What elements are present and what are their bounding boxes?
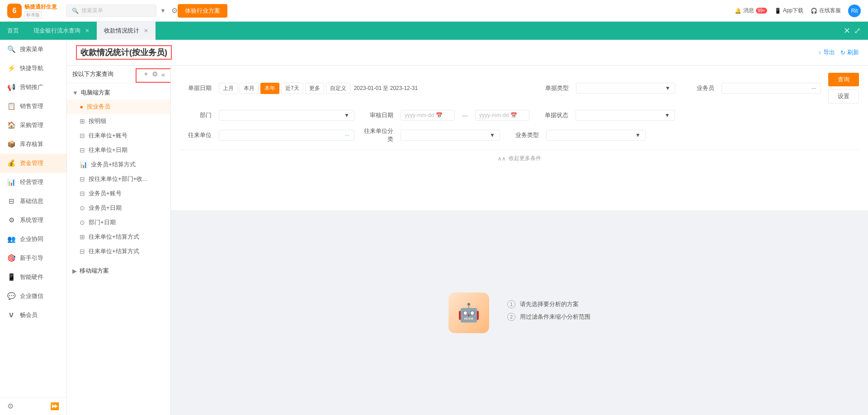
bill-status-select[interactable]: ▼ — [576, 110, 675, 121]
search-icon: 🔍 — [72, 8, 79, 14]
chevron-right-icon: ▶ — [72, 268, 77, 274]
page-header: 收款情况统计(按业务员) ↑ 导出 ↻ 刷新 — [67, 40, 868, 66]
tab-collection-stats[interactable]: 收款情况统计 ✕ — [97, 22, 156, 40]
filter-row-2: 部门 ▼ 审核日期 yyyy-mm-dd 📅 — yyyy-mm-dd — [180, 110, 859, 121]
partner-settle2-icon: ⊟ — [80, 248, 85, 255]
empty-step-1: 1 请先选择要分析的方案 — [507, 300, 590, 308]
refresh-icon: ↻ — [840, 49, 845, 56]
partner-select[interactable]: ··· — [219, 130, 354, 141]
dept-label: 部门 — [180, 111, 212, 119]
enterprise-icon: 👥 — [7, 235, 15, 243]
shortcut-icon: ⚡ — [7, 64, 15, 72]
sidebar-item-purchase[interactable]: 🏠 采购管理 — [0, 116, 66, 135]
sidebar-item-hardware[interactable]: 📱 智能硬件 — [0, 268, 66, 287]
sidebar-item-finance[interactable]: 💰 资金管理 — [0, 154, 66, 173]
search-menu-icon: 🔍 — [7, 45, 15, 53]
scheme-group-pc-header[interactable]: ▼ 电脑端方案 — [67, 86, 170, 99]
query-button[interactable]: 查询 — [828, 73, 859, 86]
scheme-item-salesperson-account[interactable]: ⊟ 业务员+账号 — [67, 186, 170, 201]
scheme-header: 按以下方案查询 + ⚙ « — [67, 66, 170, 83]
notification-item[interactable]: 🔔 消息 99+ — [735, 7, 767, 14]
sales-icon: 📋 — [7, 102, 15, 110]
scheme-group-mobile-header[interactable]: ▶ 移动端方案 — [67, 264, 170, 278]
sidebar-item-system[interactable]: ⚙ 系统管理 — [0, 211, 66, 230]
bill-type-select[interactable]: ▼ — [576, 83, 675, 94]
sidebar-item-sales[interactable]: 📋 销售管理 — [0, 97, 66, 116]
trial-btn[interactable]: 体验行业方案 — [178, 4, 227, 18]
settings-scheme-icon[interactable]: ⚙ — [152, 70, 158, 78]
settings-bottom-icon[interactable]: ⚙ — [7, 402, 14, 410]
system-icon: ⚙ — [7, 216, 15, 224]
tab-close-bank[interactable]: ✕ — [85, 28, 90, 34]
empty-robot-img: 🤖 — [448, 292, 489, 333]
add-scheme-icon[interactable]: + — [144, 70, 148, 78]
date-btn-7days[interactable]: 近7天 — [281, 83, 303, 94]
online-service-item[interactable]: 🎧 在线客服 — [811, 7, 841, 14]
sidebar-item-search[interactable]: 🔍 搜索菜单 — [0, 40, 66, 59]
collapse-bar[interactable]: ∧∧ 收起更多条件 — [180, 150, 859, 167]
scheme-item-partner-account[interactable]: ⊟ 往来单位+账号 — [67, 128, 170, 143]
sidebar-item-operation[interactable]: 📊 经营管理 — [0, 173, 66, 192]
calendar-end-icon: 📅 — [510, 112, 517, 118]
scheme-item-by-detail[interactable]: ⊞ 按明细 — [67, 114, 170, 128]
salesperson-scheme-icon: ● — [80, 103, 83, 110]
search-dropdown-icon[interactable]: ▼ — [160, 7, 166, 14]
settings-icon[interactable]: ⚙ — [171, 6, 178, 15]
export-btn[interactable]: ↑ 导出 — [819, 48, 835, 57]
tab-home[interactable]: 首页 — [0, 22, 26, 40]
empty-steps: 1 请先选择要分析的方案 2 用过滤条件来缩小分析范围 — [507, 300, 590, 325]
salesperson-select[interactable]: ··· — [722, 83, 821, 94]
business-type-select[interactable]: ▼ — [546, 130, 646, 141]
sidebar-item-guide[interactable]: 🎯 新手引导 — [0, 249, 66, 268]
bell-icon: 🔔 — [735, 8, 741, 14]
hardware-icon: 📱 — [7, 273, 15, 281]
review-date-end[interactable]: yyyy-mm-dd 📅 — [475, 110, 529, 121]
header-search-bar[interactable]: 🔍 搜索菜单 — [66, 5, 156, 17]
dept-select[interactable]: ▼ — [219, 110, 354, 121]
scheme-item-partner-dept-collect[interactable]: ⊟ 按往来单位+部门+收... — [67, 172, 170, 186]
collapse-sidebar-icon[interactable]: ⏩ — [50, 402, 59, 410]
scheme-item-salesperson-settle[interactable]: 📊 业务员+结算方式 — [67, 157, 170, 172]
page-actions: ↑ 导出 ↻ 刷新 — [819, 48, 859, 57]
date-btn-this-month[interactable]: 本月 — [240, 83, 259, 94]
right-panel: 单据日期 上月 本月 本年 近7天 更多 自定义 2023-01-01 至 20… — [171, 66, 868, 415]
sidebar-item-enterprise[interactable]: 👥 企业协同 — [0, 230, 66, 249]
close-window-icon[interactable]: ✕ — [844, 26, 850, 36]
sidebar-item-basic[interactable]: ⊟ 基础信息 — [0, 192, 66, 211]
empty-step-2: 2 用过滤条件来缩小分析范围 — [507, 313, 590, 321]
scheme-item-salesperson-date[interactable]: ⊙ 业务员+日期 — [67, 201, 170, 215]
status-dropdown-icon: ▼ — [665, 112, 670, 118]
chevron-down-icon: ▼ — [72, 90, 78, 96]
scheme-group-mobile: ▶ 移动端方案 — [67, 261, 170, 280]
tab-close-collection[interactable]: ✕ — [144, 28, 148, 34]
sidebar-item-vip[interactable]: V 畅会员 — [0, 306, 66, 325]
vip-icon: V — [7, 311, 15, 319]
phone-icon: 📱 — [774, 8, 781, 14]
restore-window-icon[interactable]: ⤢ — [854, 26, 861, 36]
sidebar-item-shortcut[interactable]: ⚡ 快捷导航 — [0, 59, 66, 78]
scheme-item-dept-date[interactable]: ⊙ 部门+日期 — [67, 215, 170, 230]
partner-category-select[interactable]: ▼ — [401, 130, 500, 141]
dropdown-icon: ▼ — [665, 85, 670, 91]
date-btn-custom[interactable]: 自定义 — [326, 83, 350, 94]
sidebar-item-wechat[interactable]: 💬 企业微信 — [0, 287, 66, 306]
partner-dept-icon: ⊟ — [80, 175, 85, 183]
refresh-btn[interactable]: ↻ 刷新 — [840, 48, 859, 57]
bill-status-label: 单据状态 — [537, 111, 568, 119]
scheme-item-partner-date[interactable]: ⊟ 往来单位+日期 — [67, 143, 170, 157]
tab-bank-flow[interactable]: 现金银行流水查询 ✕ — [26, 22, 97, 40]
app-download-item[interactable]: 📱 App下载 — [774, 7, 803, 14]
settings-button[interactable]: 设置 — [828, 89, 859, 104]
partner-more-icon[interactable]: ··· — [345, 132, 349, 138]
sidebar-item-marketing[interactable]: 📢 营销推广 — [0, 78, 66, 97]
review-date-start[interactable]: yyyy-mm-dd 📅 — [401, 110, 455, 121]
date-btn-more[interactable]: 更多 — [305, 83, 324, 94]
scheme-item-partner-settle2[interactable]: ⊟ 往来单位+结算方式 — [67, 244, 170, 259]
collapse-scheme-icon[interactable]: « — [161, 71, 165, 78]
user-avatar[interactable]: Rit — [848, 5, 861, 17]
scheme-item-partner-settle1[interactable]: ⊞ 往来单位+结算方式 — [67, 230, 170, 244]
sidebar-item-inventory[interactable]: 📦 库存核算 — [0, 135, 66, 154]
date-btn-last-month[interactable]: 上月 — [219, 83, 238, 94]
scheme-item-by-salesperson[interactable]: ● 按业务员 — [67, 99, 170, 114]
date-btn-this-year[interactable]: 本年 — [260, 83, 279, 94]
